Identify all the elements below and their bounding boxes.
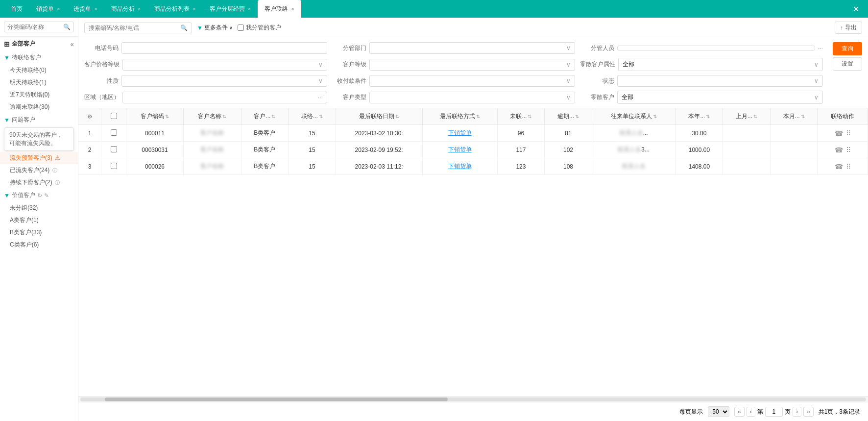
sidebar-group-problem[interactable]: ▼ 问题客户	[0, 113, 78, 126]
more-actions-icon[interactable]: ⠿	[846, 163, 851, 171]
row-last-method[interactable]: 下销货单	[422, 158, 497, 175]
this-month-sort[interactable]: 本月...	[783, 112, 805, 121]
next-page-button[interactable]: ›	[793, 407, 801, 417]
last-month-sort[interactable]: 上月...	[736, 112, 757, 121]
customer-level-select[interactable]: ∨	[369, 59, 575, 71]
sidebar-item-c-class[interactable]: C类客户(6)	[0, 239, 78, 251]
tab-customer-tier-close[interactable]: ×	[248, 6, 251, 12]
more-actions-icon[interactable]: ⠿	[846, 129, 851, 137]
last-method-sort[interactable]: 最后联络方式	[440, 112, 480, 121]
sidebar-item-churn-warning[interactable]: 流失预警客户(3) ⚠	[0, 152, 78, 164]
col-contact[interactable]: 联络...	[289, 108, 336, 125]
contact-sort[interactable]: 联络...	[301, 112, 323, 121]
page-size-select[interactable]: 50	[708, 406, 729, 417]
edit-icon[interactable]: ✎	[44, 192, 49, 199]
collapse-icon[interactable]: «	[70, 40, 74, 48]
my-customer-check[interactable]	[238, 25, 244, 31]
nature-select[interactable]: ∨	[121, 75, 327, 87]
sidebar-group-value[interactable]: ▼ 价值客户 ↻ ✎	[0, 189, 78, 202]
sidebar-item-churned[interactable]: 已流失客户(24) ⓘ	[0, 164, 78, 176]
contact-action-icon[interactable]: ☎	[835, 163, 843, 171]
tab-customer-contact[interactable]: 客户联络 ×	[258, 0, 301, 18]
scrollbar-track[interactable]	[80, 397, 866, 401]
col-type[interactable]: 客户...	[241, 108, 289, 125]
settings-icon[interactable]: ⚙	[87, 113, 93, 120]
sidebar-item-b-class[interactable]: B类客户(33)	[0, 226, 78, 239]
status-select[interactable]: ∨	[617, 75, 823, 87]
horizontal-scrollbar[interactable]	[78, 396, 868, 402]
col-settings[interactable]: ⚙	[78, 108, 101, 125]
code-sort[interactable]: 客户编码	[141, 112, 169, 121]
area-more-icon[interactable]: ···	[318, 94, 323, 101]
filter-more-btn[interactable]: ▼ 更多条件 ∧	[197, 24, 233, 32]
tab-customer-tier[interactable]: 客户分层经营 ×	[203, 0, 258, 18]
tab-sales-close[interactable]: ×	[57, 6, 60, 12]
more-actions-icon[interactable]: ⠿	[846, 146, 851, 154]
row-select[interactable]	[111, 129, 117, 136]
tab-analysis-list-close[interactable]: ×	[193, 6, 195, 12]
sidebar-item-today[interactable]: 今天待联络(0)	[0, 64, 78, 76]
select-all-checkbox[interactable]	[111, 113, 117, 119]
tab-analysis-list[interactable]: 商品分析列表 ×	[147, 0, 202, 18]
sidebar-item-tomorrow[interactable]: 明天待联络(1)	[0, 76, 78, 89]
more-icon[interactable]: ···	[818, 45, 823, 51]
col-overdue[interactable]: 逾期...	[545, 108, 592, 125]
col-code[interactable]: 客户编码	[126, 108, 183, 125]
scrollbar-thumb[interactable]	[105, 397, 448, 401]
col-contact-person[interactable]: 往来单位联系人	[592, 108, 675, 125]
settings-button[interactable]: 设置	[833, 57, 862, 71]
row-last-method[interactable]: 下销货单	[422, 142, 497, 158]
zero-attr-select[interactable]: 全部 ∨	[618, 58, 823, 71]
row-select[interactable]	[111, 163, 117, 169]
search-input[interactable]	[89, 25, 180, 31]
sidebar-all-customers[interactable]: ⊞ 全部客户 «	[0, 37, 78, 51]
prev-page-button[interactable]: ‹	[747, 407, 755, 417]
uncontacted-sort[interactable]: 未联...	[510, 112, 531, 121]
col-uncontacted[interactable]: 未联...	[497, 108, 545, 125]
search-icon[interactable]: 🔍	[180, 25, 188, 31]
sidebar-item-declining[interactable]: 持续下滑客户(2) ⓘ	[0, 176, 78, 189]
payment-select[interactable]: ∨	[369, 75, 575, 87]
phone-input[interactable]	[121, 42, 327, 54]
tab-sales[interactable]: 销货单 ×	[29, 0, 67, 18]
contact-action-icon[interactable]: ☎	[835, 129, 843, 137]
first-page-button[interactable]: «	[734, 407, 745, 417]
customer-type-select[interactable]: ∨	[369, 92, 575, 103]
zero-retail-select[interactable]: 全部 ∨	[617, 91, 823, 104]
sidebar-search-icon[interactable]: 🔍	[63, 24, 71, 30]
col-year[interactable]: 本年...	[675, 108, 723, 125]
sidebar-group-pending[interactable]: ▼ 待联络客户	[0, 51, 78, 64]
sidebar-item-ungrouped[interactable]: 未分组(32)	[0, 202, 78, 214]
tab-analysis[interactable]: 商品分析 ×	[104, 0, 147, 18]
col-last-method[interactable]: 最后联络方式	[422, 108, 497, 125]
overdue-sort[interactable]: 逾期...	[557, 112, 579, 121]
row-checkbox[interactable]	[101, 158, 126, 175]
dept-select[interactable]: ∨	[369, 42, 575, 54]
col-checkbox[interactable]	[101, 108, 126, 125]
last-page-button[interactable]: »	[803, 407, 814, 417]
year-sort[interactable]: 本年...	[688, 112, 710, 121]
page-number-input[interactable]	[765, 407, 783, 417]
person-sort[interactable]: 往来单位联系人	[611, 112, 657, 121]
tab-purchase[interactable]: 进货单 ×	[67, 0, 104, 18]
col-last-month[interactable]: 上月...	[723, 108, 771, 125]
name-sort[interactable]: 客户名称	[198, 112, 226, 121]
tab-home[interactable]: 首页	[4, 0, 29, 18]
row-checkbox[interactable]	[101, 125, 126, 142]
row-last-method[interactable]: 下销货单	[422, 125, 497, 142]
sidebar-item-a-class[interactable]: A类客户(1)	[0, 214, 78, 226]
area-select[interactable]: ···	[122, 92, 327, 103]
refresh-icon[interactable]: ↻	[37, 192, 42, 199]
row-select[interactable]	[111, 146, 117, 152]
tab-customer-contact-close[interactable]: ×	[291, 6, 294, 12]
last-date-sort[interactable]: 最后联络日期	[359, 112, 399, 121]
tab-analysis-close[interactable]: ×	[138, 6, 141, 12]
col-name[interactable]: 客户名称	[184, 108, 241, 125]
window-close-button[interactable]: ✕	[848, 4, 864, 14]
sidebar-item-overdue[interactable]: 逾期未联络(30)	[0, 101, 78, 113]
my-customer-checkbox[interactable]: 我分管的客户	[238, 24, 281, 32]
sidebar-item-7days[interactable]: 近7天待联络(0)	[0, 89, 78, 101]
col-this-month[interactable]: 本月...	[770, 108, 818, 125]
export-button[interactable]: ↑ 导出	[835, 22, 862, 34]
query-button[interactable]: 查询	[833, 42, 862, 55]
